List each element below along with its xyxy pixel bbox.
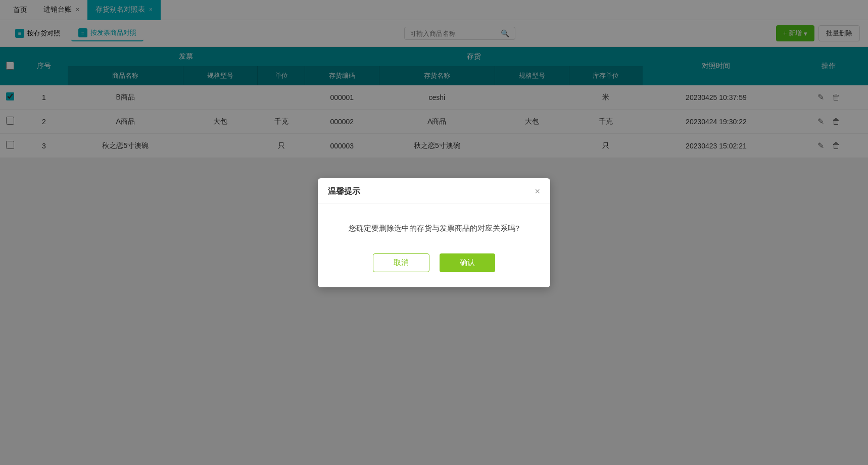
modal-overlay: 温馨提示 × 您确定要删除选中的存货与发票商品的对应关系吗? 取消 确认: [0, 0, 868, 158]
